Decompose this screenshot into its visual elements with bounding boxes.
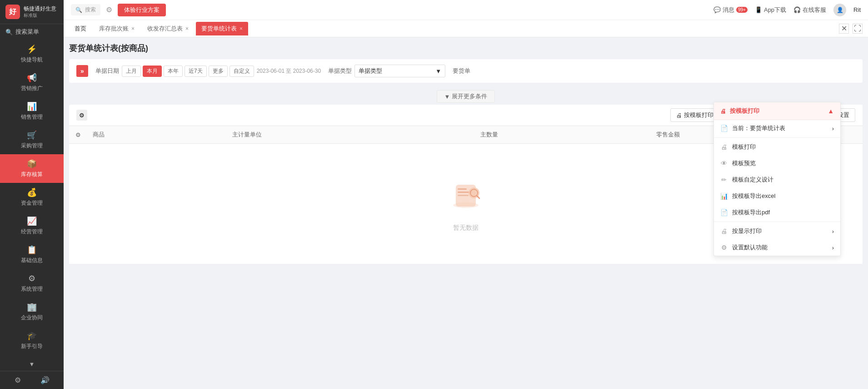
tab-close-collection-summary[interactable]: × xyxy=(185,25,189,32)
date-btn-more[interactable]: 更多 xyxy=(209,66,228,77)
filter-column-label: 要货单 xyxy=(453,67,470,75)
empty-text: 暂无数据 xyxy=(453,224,479,232)
col-settings: ⚙ xyxy=(69,126,87,144)
gear-settings-icon[interactable]: ⚙ xyxy=(76,110,87,121)
date-btn-prev-month[interactable]: 上月 xyxy=(122,66,141,77)
online-service-item[interactable]: 🎧 在线客服 xyxy=(793,6,826,14)
date-btn-custom[interactable]: 自定义 xyxy=(229,66,254,77)
sidebar-item-corp[interactable]: 🏢企业协同 xyxy=(0,298,64,326)
marketing-icon: 📢 xyxy=(27,73,37,83)
dropdown-header: 🖨 按模板打印 ▲ xyxy=(714,102,840,120)
date-btn-current-year[interactable]: 本年 xyxy=(164,66,183,77)
dropdown-display-print[interactable]: 🖨 按显示打印 › xyxy=(714,223,840,239)
empty-icon xyxy=(448,176,484,218)
expand-icon: ▼ xyxy=(444,93,450,100)
user-avatar[interactable]: 👤 xyxy=(833,4,846,16)
dropdown-export-pdf[interactable]: 📄 按模板导出pdf xyxy=(714,204,840,221)
purchase-icon: 🛒 xyxy=(27,130,37,140)
sidebar-item-purchase[interactable]: 🛒采购管理 xyxy=(0,126,64,154)
sidebar-scroll-down[interactable]: ▼ xyxy=(0,357,64,371)
preview-icon: 👁 xyxy=(720,160,728,167)
divider-1 xyxy=(714,137,840,138)
pdf-icon: 📄 xyxy=(720,209,728,216)
date-btn-current-month[interactable]: 本月 xyxy=(143,66,162,77)
main-area: 🔍 搜索 ⚙ 体验行业方案 💬 消息 99+ 📱 App下载 🎧 在线客服 👤 … xyxy=(64,0,868,389)
col-product: 商品 xyxy=(87,126,227,144)
sidebar-label-purchase: 采购管理 xyxy=(21,142,43,150)
current-template-arrow: › xyxy=(832,125,834,132)
tab-batch-account[interactable]: 库存批次账× xyxy=(94,22,140,35)
maximize-tab-button[interactable]: ⛶ xyxy=(853,24,863,34)
svg-rect-3 xyxy=(458,192,470,193)
search-icon: 🔍 xyxy=(75,7,82,13)
newbie-icon: 🎓 xyxy=(27,331,37,341)
sidebar-item-quick-nav[interactable]: ⚡快捷导航 xyxy=(0,40,64,68)
current-template-left: 📄 当前：要货单统计表 xyxy=(720,124,785,132)
date-buttons: 上月本月本年近7天更多自定义 xyxy=(122,66,254,77)
dropdown-template-print[interactable]: 🖨 模板打印 xyxy=(714,139,840,155)
sidebar-label-finance: 资金管理 xyxy=(21,199,43,207)
message-item[interactable]: 💬 消息 99+ xyxy=(713,6,748,14)
tab-close-order-summary[interactable]: × xyxy=(239,25,243,32)
sidebar-logo: 好 畅捷通好生意 标准版 xyxy=(0,0,64,24)
dropdown-current-template[interactable]: 📄 当前：要货单统计表 › xyxy=(714,120,840,136)
dropdown-header-controls: ▲ xyxy=(828,107,834,115)
sidebar-item-marketing[interactable]: 📢营销推广 xyxy=(0,68,64,97)
display-print-left: 🖨 按显示打印 xyxy=(720,227,762,235)
tab-label-batch-account: 库存批次账 xyxy=(99,25,129,33)
search-menu[interactable]: 🔍 搜索菜单 xyxy=(0,24,64,40)
industry-plan-button[interactable]: 体验行业方案 xyxy=(118,4,166,16)
basics-icon: 📋 xyxy=(27,245,37,255)
sidebar-item-operations[interactable]: 📈经营管理 xyxy=(0,212,64,240)
sidebar-item-finance[interactable]: 💰资金管理 xyxy=(0,183,64,212)
svg-rect-4 xyxy=(458,195,469,196)
sidebar-label-operations: 经营管理 xyxy=(21,228,43,236)
settings-bottom-btn[interactable]: ⚙ xyxy=(15,376,21,384)
sidebar-item-inventory[interactable]: 📦库存核算 xyxy=(0,154,64,183)
audio-bottom-btn[interactable]: 🔊 xyxy=(40,376,50,384)
sidebar-item-sales[interactable]: 📊销售管理 xyxy=(0,97,64,126)
display-print-arrow: › xyxy=(832,228,834,235)
topbar: 🔍 搜索 ⚙ 体验行业方案 💬 消息 99+ 📱 App下载 🎧 在线客服 👤 … xyxy=(64,0,868,20)
dropdown-template-design[interactable]: ✏ 模板自定义设计 xyxy=(714,172,840,188)
date-range-display: 2023-06-01 至 2023-06-30 xyxy=(257,67,321,75)
sidebar-item-basics[interactable]: 📋基础信息 xyxy=(0,240,64,269)
sidebar-bottom: ⚙ 🔊 xyxy=(0,371,64,389)
dropdown-export-excel[interactable]: 📊 按模板导出excel xyxy=(714,188,840,204)
system-icon: ⚙ xyxy=(28,273,35,283)
app-download-item[interactable]: 📱 App下载 xyxy=(755,6,786,14)
excel-icon: 📊 xyxy=(720,192,728,200)
tab-close-batch-account[interactable]: × xyxy=(131,25,135,32)
sidebar-label-corp: 企业协同 xyxy=(21,314,43,322)
tab-controls: ✕ ⛶ xyxy=(839,24,863,34)
tab-collection-summary[interactable]: 收发存汇总表× xyxy=(142,22,194,35)
default-function-left: ⚙ 设置默认功能 xyxy=(720,243,768,252)
tab-order-summary[interactable]: 要货单统计表× xyxy=(196,22,248,35)
sidebar-label-system: 系统管理 xyxy=(21,285,43,293)
doc-icon: 📄 xyxy=(720,125,728,132)
tab-home[interactable]: 首页 xyxy=(69,22,92,35)
order-type-select[interactable]: 单据类型 ▼ xyxy=(354,65,445,77)
finance-icon: 💰 xyxy=(27,187,37,197)
dropdown-template-preview[interactable]: 👁 模板预览 xyxy=(714,155,840,172)
dropdown-default-function[interactable]: ⚙ 设置默认功能 › xyxy=(714,239,840,256)
print-icon: 🖨 xyxy=(720,143,728,151)
filter-expand-button[interactable]: » xyxy=(76,65,88,77)
sidebar-label-newbie: 新手引导 xyxy=(21,343,43,350)
topbar-search[interactable]: 🔍 搜索 xyxy=(71,4,100,15)
close-tab-button[interactable]: ✕ xyxy=(839,24,849,34)
sidebar-item-system[interactable]: ⚙系统管理 xyxy=(0,269,64,298)
date-btn-last-7days[interactable]: 近7天 xyxy=(185,66,207,77)
operations-icon: 📈 xyxy=(27,216,37,226)
search-icon: 🔍 xyxy=(5,29,13,35)
page-title: 要货单统计表(按商品) xyxy=(69,43,863,54)
select-arrow-icon: ▼ xyxy=(435,68,441,75)
design-icon: ✏ xyxy=(720,176,728,183)
topbar-right: 💬 消息 99+ 📱 App下载 🎧 在线客服 👤 Rit xyxy=(713,4,861,16)
dropdown-collapse-icon[interactable]: ▲ xyxy=(828,107,834,115)
sidebar-item-newbie[interactable]: 🎓新手引导 xyxy=(0,326,64,355)
tab-label-collection-summary: 收发存汇总表 xyxy=(147,25,183,33)
topbar-gear-icon[interactable]: ⚙ xyxy=(106,5,112,14)
date-filter: 单据日期 上月本月本年近7天更多自定义 2023-06-01 至 2023-06… xyxy=(95,66,321,77)
expand-more-button[interactable]: ▼ 展开更多条件 xyxy=(437,90,495,103)
